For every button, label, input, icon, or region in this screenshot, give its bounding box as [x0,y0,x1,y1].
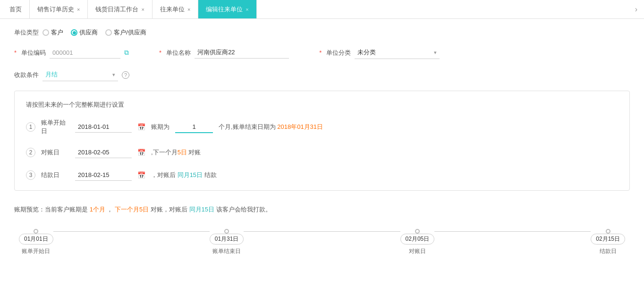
radio-customer[interactable]: 客户 [42,28,63,37]
preview-middle2: 对账，对账后 [151,206,187,213]
tab-more-button[interactable]: › [630,0,642,18]
period-box-title: 请按照未来的一个完整帐期进行设置 [26,101,618,109]
period-row-3-num: 3 [26,170,35,180]
name-input[interactable] [195,47,289,59]
main-content: 单位类型 客户 供应商 客户/供应商 * 单位编码 [0,19,644,287]
tl-label-1: 账单结束日 [212,247,241,255]
code-name-category-row: * 单位编码 ⧉ * 单位名称 * 单位分类 未分类 ▾ [14,46,630,59]
unit-name-field: * 单位名称 [159,47,289,59]
period-box: 请按照未来的一个完整帐期进行设置 1 账单开始日 📅 账期为 个月,账单结束日期… [14,91,630,191]
preview-part3: 同月15日 [189,206,214,213]
unit-type-radio-group: 客户 供应商 客户/供应商 [42,28,146,37]
radio-customer-circle [42,29,49,36]
name-required-star: * [159,49,161,56]
tab-partners-close[interactable]: × [187,7,190,12]
month-input[interactable] [175,121,213,133]
category-value: 未分类 [357,48,432,57]
radio-both-circle [105,29,112,36]
tl-label-0: 账单开始日 [22,247,50,255]
tl-line-2 [244,231,400,232]
tab-cashwork[interactable]: 钱货日清工作台 × [88,0,152,18]
radio-customer-label: 客户 [51,28,63,37]
payment-date-input[interactable] [75,169,132,181]
category-dropdown[interactable]: 未分类 ▾ [355,46,440,59]
unit-code-field: * 单位编码 ⧉ [14,47,129,59]
tl-badge-3: 02月15日 [591,234,625,245]
period-row-1-desc-suffix: 个月,账单结束日期为 2018年01月31日 [219,123,323,131]
period-row-1-num: 1 [26,122,35,132]
period-row-2-num: 2 [26,148,35,157]
period-row-3: 3 结款日 📅 ，对账后 同月15日 结款 [26,169,618,181]
tab-sales-history-close[interactable]: × [77,7,80,12]
tab-edit-partner[interactable]: 编辑往来单位 × [198,0,256,18]
radio-supplier-label: 供应商 [79,28,98,37]
tab-sales-history-label: 销售订单历史 [37,5,74,14]
preview-part2: 下一个月5日 [115,206,149,213]
name-label: 单位名称 [166,49,191,57]
tl-line-3 [434,231,591,232]
tab-home-label: 首页 [9,5,22,14]
unit-type-field: 单位类型 客户 供应商 客户/供应商 [14,28,146,37]
tl-badge-2: 02月05日 [400,234,435,245]
timeline: 01月01日 账单开始日 01月31日 账单结束日 02月05日 对账日 02月… [14,226,630,255]
tl-dot-2 [415,229,420,234]
tl-node-3: 02月15日 结款日 [591,226,625,255]
category-required-star: * [319,49,322,56]
tl-label-2: 对账日 [409,247,426,255]
recon-date-input[interactable] [75,147,132,158]
payment-field: 收款条件 月结 ▾ ? [14,68,129,81]
code-label: 单位编码 [21,49,46,57]
payment-dropdown[interactable]: 月结 ▾ [42,68,118,81]
tab-partners-label: 往来单位 [160,5,185,14]
preview-section: 账期预览：当前客户账期是 1个月 ， 下一个月5日 对账，对账后 同月15日 该… [14,198,630,267]
preview-prefix: 账期预览：当前客户账期是 [14,206,88,213]
payment-value: 月结 [45,70,58,79]
payment-highlight: 同月15日 [178,171,203,178]
unit-category-field: * 单位分类 未分类 ▾ [319,46,440,59]
period-row-2-label: 对账日 [41,148,69,157]
preview-text: 账期预览：当前客户账期是 1个月 ， 下一个月5日 对账，对账后 同月15日 该… [14,204,630,215]
tab-cashwork-label: 钱货日清工作台 [95,5,138,14]
payment-dropdown-arrow: ▾ [112,72,115,78]
period-row-3-label: 结款日 [41,171,69,179]
tab-bar: 首页 销售订单历史 × 钱货日清工作台 × 往来单位 × 编辑往来单位 × › [0,0,644,19]
radio-supplier[interactable]: 供应商 [71,28,98,37]
tab-edit-partner-close[interactable]: × [246,7,248,12]
tab-sales-history[interactable]: 销售订单历史 × [30,0,88,18]
code-required-star: * [14,49,17,56]
radio-supplier-circle [71,29,77,36]
unit-type-label: 单位类型 [14,28,39,37]
tl-node-0: 01月01日 账单开始日 [19,226,53,255]
tl-node-2: 02月05日 对账日 [400,226,435,255]
start-date-input[interactable] [75,121,132,133]
tab-home[interactable]: 首页 [2,0,30,18]
start-date-cal-icon[interactable]: 📅 [137,123,145,131]
period-row-2: 2 对账日 📅 ,下一个月5日 对账 [26,147,618,158]
payment-help-icon[interactable]: ? [122,71,129,79]
tab-partners[interactable]: 往来单位 × [153,0,198,18]
tl-dot-1 [224,229,229,234]
payment-row: 收款条件 月结 ▾ ? [14,68,630,81]
preview-suffix: 该客户会给我打款。 [216,206,271,213]
payment-date-cal-icon[interactable]: 📅 [137,171,145,179]
end-date-highlight: 2018年01月31日 [277,123,323,130]
radio-both[interactable]: 客户/供应商 [105,28,146,37]
category-dropdown-arrow: ▾ [434,50,437,56]
copy-icon[interactable]: ⧉ [124,49,129,57]
preview-middle1: ， [107,206,113,213]
period-row-3-desc: ，对账后 同月15日 结款 [151,171,217,179]
tl-node-1: 01月31日 账单结束日 [210,226,244,255]
unit-type-row: 单位类型 客户 供应商 客户/供应商 [14,28,630,37]
tab-edit-partner-label: 编辑往来单位 [206,5,243,14]
tl-badge-1: 01月31日 [210,234,244,245]
tab-cashwork-close[interactable]: × [141,7,144,12]
period-row-1: 1 账单开始日 📅 账期为 个月,账单结束日期为 2018年01月31日 [26,118,618,135]
recon-highlight: 5日 [178,149,187,156]
recon-date-cal-icon[interactable]: 📅 [137,149,145,156]
tl-dot-3 [606,229,610,234]
tl-dot-0 [34,229,38,234]
period-row-1-desc-prefix: 账期为 [151,123,169,131]
code-input[interactable] [50,47,120,59]
preview-part1: 1个月 [90,206,105,213]
category-label: 单位分类 [326,49,351,57]
